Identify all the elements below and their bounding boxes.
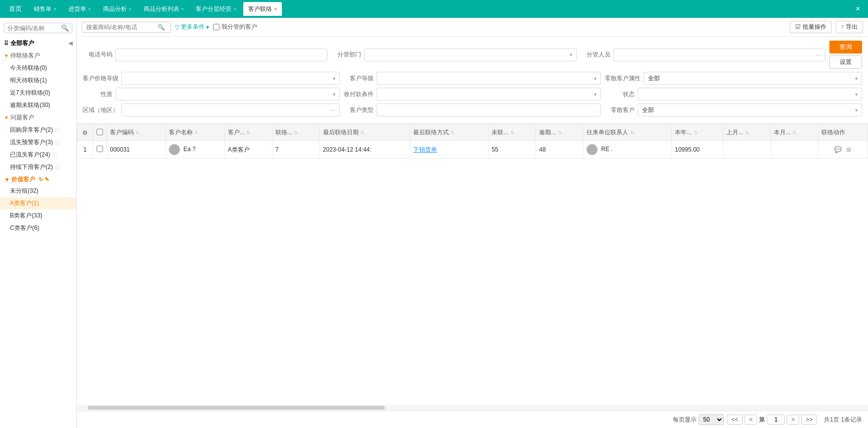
select-all-checkbox[interactable] (97, 129, 103, 135)
refresh-icon[interactable]: ↻ (39, 176, 43, 183)
table-row: 1 000031 Ea ? A类客户 (77, 141, 868, 159)
my-customers-check-input[interactable] (213, 24, 219, 30)
qr-icon[interactable]: ⊞ (846, 146, 851, 153)
search-input[interactable] (86, 24, 156, 31)
prev-page-button[interactable]: < (745, 415, 757, 425)
page-size-select[interactable]: 20 50 100 (699, 414, 724, 425)
sidebar-item-class-c[interactable]: C类客户(6) (0, 222, 76, 234)
field-payment-select[interactable]: ▾ (377, 88, 601, 101)
row-checkbox-cell[interactable] (93, 141, 107, 159)
group-value-customers[interactable]: ▼ 价值客户 ↻ ✎ (0, 173, 76, 185)
edit-icon[interactable]: ✎ (45, 176, 49, 183)
group-pending-label: 待联络客户 (10, 52, 40, 60)
my-customers-checkbox[interactable]: 我分管的客户 (213, 23, 257, 31)
home-tab[interactable]: 首页 (4, 4, 27, 13)
col-checkbox[interactable] (93, 124, 107, 141)
col-uncontacted[interactable]: 未联... ⇅ (488, 124, 536, 141)
top-navigation: 首页 销售单 × 进货单 × 商品分析 × 商品分析列表 × 客户分层经营 × … (0, 0, 868, 18)
window-close-icon[interactable]: × (852, 4, 864, 13)
field-customer-level-select[interactable]: ▾ (377, 72, 601, 85)
col-contact[interactable]: 联络... ⇅ (272, 124, 320, 141)
field-dept-select[interactable]: ▾ (364, 49, 576, 61)
sidebar-item-ungrouped[interactable]: 未分组(32) (0, 185, 76, 197)
batch-operation-button[interactable]: ☑ 批量操作 (790, 21, 831, 33)
field-region-input[interactable]: ··· (121, 104, 340, 116)
sidebar-item-declining[interactable]: 持续下滑客户(2) ⓘ (0, 161, 76, 173)
settings-button[interactable]: 设置 (829, 55, 862, 69)
field-price-level-select[interactable]: ▾ (121, 72, 340, 85)
field-retail: 零散客户 全部 ▾ (605, 104, 862, 116)
scrollbar-thumb[interactable] (88, 406, 385, 410)
more-conditions-btn[interactable]: ▽ 更多条件 ▾ (175, 23, 209, 31)
region-more-icon[interactable]: ··· (330, 107, 335, 113)
status-dropdown-icon: ▾ (855, 92, 858, 97)
tab-sales-order[interactable]: 销售单 × (29, 2, 61, 16)
row-last-month (723, 141, 770, 159)
sidebar-search-input[interactable] (7, 25, 61, 32)
group-value-label: 价值客户 (11, 175, 35, 184)
sidebar-item-class-a[interactable]: A类客户(1) (0, 197, 76, 210)
filter-row-3: 性质 ▾ 收付款条件 ▾ 状态 (83, 88, 862, 101)
sidebar-collapse-icon[interactable]: ◀ (68, 40, 72, 47)
field-phone-input[interactable] (115, 49, 327, 61)
row-last-method[interactable]: 下销货单 (410, 141, 488, 159)
sidebar-item-tomorrow-contact[interactable]: 明天待联络(1) (0, 74, 76, 87)
tab-product-analysis-list[interactable]: 商品分析列表 × (139, 2, 189, 16)
group-problem-customers[interactable]: ▼ 问题客户 (0, 111, 76, 124)
col-customer-name[interactable]: 客户名称 ⇅ (165, 124, 224, 141)
col-year-amount[interactable]: 本年... ⇅ (672, 124, 723, 141)
col-last-date[interactable]: 最后联络日期 ⇅ (320, 124, 410, 141)
search-field[interactable]: 🔍 (82, 22, 171, 33)
group-pending-contact[interactable]: ▼ 待联络客户 (0, 50, 76, 62)
tab-product-analysis[interactable]: 商品分析 × (98, 2, 137, 16)
query-button[interactable]: 查询 (829, 41, 862, 54)
col-overdue[interactable]: 逾期... ⇅ (536, 124, 584, 141)
info-icon-churned: ⓘ (52, 152, 57, 159)
sidebar-item-repurchase-abnormal[interactable]: 回购异常客户(2) ⓘ (0, 124, 76, 136)
col-customer-type[interactable]: 客户... ⇅ (224, 124, 272, 141)
field-customer-type-input[interactable] (377, 104, 601, 116)
sidebar-item-class-b[interactable]: B类客户(33) (0, 210, 76, 222)
export-icon: ↑ (841, 23, 844, 30)
last-page-button[interactable]: >> (801, 415, 817, 425)
field-manager-input[interactable]: ··· (613, 49, 825, 61)
close-product-analysis-list-icon[interactable]: × (181, 6, 184, 12)
row-action[interactable]: 💬 ⊞ (818, 141, 868, 159)
page-size-selector: 每页显示 20 50 100 (673, 414, 724, 425)
horizontal-scrollbar[interactable] (77, 405, 868, 411)
close-customer-contact-icon[interactable]: × (274, 6, 277, 12)
all-customers-header[interactable]: ⠿ 全部客户 ◀ (0, 37, 76, 50)
message-icon[interactable]: 💬 (834, 146, 842, 153)
sidebar-search-field[interactable]: 🔍 (4, 23, 72, 33)
sidebar-item-churned[interactable]: 已流失客户(24) ⓘ (0, 149, 76, 161)
tab-customer-contact[interactable]: 客户联络 × (243, 2, 282, 16)
page-input[interactable] (767, 415, 785, 425)
filter-row-4: 区域（地区） ··· 客户类型 零散客户 全部 ▾ (83, 104, 862, 116)
sidebar-item-7day-contact[interactable]: 近7天待联络(0) (0, 87, 76, 99)
sidebar-item-today-contact[interactable]: 今天待联络(0) (0, 62, 76, 74)
close-purchase-order-icon[interactable]: × (88, 6, 91, 12)
col-action[interactable]: 联络动作 (818, 124, 868, 141)
col-last-month[interactable]: 上月... ⇅ (723, 124, 770, 141)
col-contact-person[interactable]: 往来单位联系人 ⇅ (584, 124, 672, 141)
sidebar-item-overdue-contact[interactable]: 逾期未联络(30) (0, 99, 76, 111)
close-customer-segment-icon[interactable]: × (233, 6, 236, 12)
more-icon[interactable]: ··· (816, 52, 821, 58)
field-retail-attr-select[interactable]: 全部 ▾ (644, 72, 862, 85)
col-customer-code[interactable]: 客户编码 ⇅ (107, 124, 166, 141)
field-retail-select[interactable]: 全部 ▾ (638, 104, 862, 116)
close-product-analysis-icon[interactable]: × (129, 6, 132, 12)
close-sales-order-icon[interactable]: × (54, 6, 56, 12)
field-nature-select[interactable]: ▾ (115, 88, 340, 101)
field-status-select[interactable]: ▾ (638, 88, 862, 101)
first-page-button[interactable]: << (727, 415, 743, 425)
sidebar-item-churn-warning[interactable]: 流失预警客户(3) ⓘ (0, 136, 76, 149)
tab-customer-segment[interactable]: 客户分层经营 × (191, 2, 241, 16)
next-page-button[interactable]: > (787, 415, 799, 425)
tab-purchase-order[interactable]: 进货单 × (63, 2, 96, 16)
export-button[interactable]: ↑ 导出 (836, 21, 863, 33)
col-this-month[interactable]: 本月... ⇅ (770, 124, 818, 141)
row-checkbox[interactable] (97, 146, 103, 152)
col-settings[interactable]: ⚙ (77, 124, 93, 141)
col-last-method[interactable]: 最后联络方式 ⇅ (410, 124, 488, 141)
